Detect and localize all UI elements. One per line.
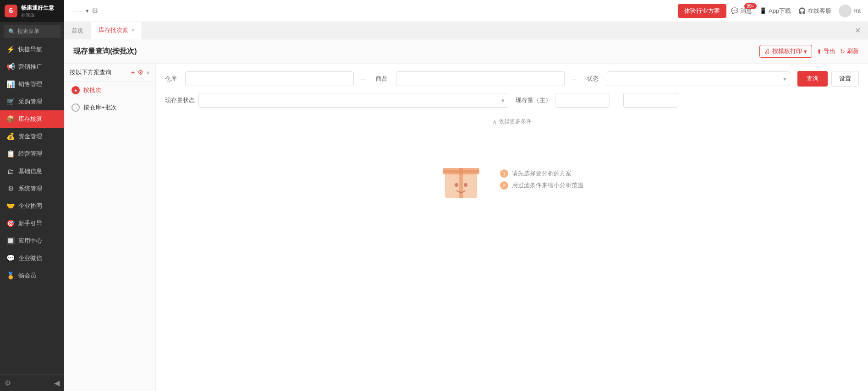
search-menu-label: 搜索菜单 [17, 27, 39, 35]
print-button[interactable]: 🖨 按模板打印 ▾ [759, 45, 812, 58]
main-area: — — ▾ ⚙ 体验行业方案 💬 消息 99+ 📱 App下载 🎧 在线客服 R [64, 0, 868, 391]
user-menu[interactable]: Rit [839, 5, 861, 17]
enterprise-label: 企业协同 [18, 202, 42, 210]
print-label: 按模板打印 [772, 47, 802, 55]
operations-label: 经营管理 [18, 150, 42, 158]
content-area: 现存量查询(按批次) 🖨 按模板打印 ▾ ⬆ 导出 ↻ 刷新 [64, 39, 868, 391]
finance-label: 资金管理 [18, 132, 42, 141]
status-label: 状态 [587, 75, 603, 83]
empty-hint-1: 1 请先选择要分析的方案 [500, 169, 583, 178]
app-logo: 6 [5, 5, 17, 17]
sidebar-item-wechat[interactable]: 💬 企业微信 [0, 250, 64, 267]
member-label: 畅会员 [18, 272, 36, 280]
tab-inventory-batch[interactable]: 库存批次账 × [91, 22, 142, 39]
member-icon: 🏅 [6, 272, 15, 280]
sidebar-nav: ⚡ 快捷导航 📢 营销推广 📊 销售管理 🛒 采购管理 📦 库存核算 💰 资金管… [0, 41, 64, 375]
stock-status-select[interactable] [198, 93, 508, 108]
hint-num-1: 1 [500, 169, 508, 178]
hint-text-1: 请先选择要分析的方案 [512, 169, 571, 178]
app-download-button[interactable]: 📱 App下载 [759, 7, 791, 15]
plan-settings-icon[interactable]: ⚙ [137, 69, 143, 76]
tab-bar: 首页 库存批次账 × ✕ [64, 22, 868, 39]
user-avatar [839, 5, 852, 17]
warehouse-input[interactable] [185, 71, 354, 86]
trial-button[interactable]: 体验行业方案 [678, 4, 726, 18]
search-menu[interactable]: 🔍 搜索菜单 [4, 25, 60, 38]
dropdown-arrow-icon: ▾ [86, 7, 89, 14]
online-service-button[interactable]: 🎧 在线客服 [798, 7, 831, 15]
app-name: 畅康通好生意 [21, 4, 60, 12]
sidebar-item-member[interactable]: 🏅 畅会员 [0, 267, 64, 284]
collapse-more-label: 收起更多条件 [499, 118, 532, 125]
plan-active-icon: ● [71, 86, 80, 94]
tab-home[interactable]: 首页 [64, 22, 91, 39]
stock-amount-min-input[interactable] [555, 93, 610, 108]
sidebar-item-apps[interactable]: 🔲 应用中心 [0, 232, 64, 250]
warehouse-label: 仓库 [165, 75, 181, 83]
product-filter-group: 商品 ··· [376, 71, 579, 86]
purchase-icon: 🛒 [6, 98, 15, 106]
add-plan-icon[interactable]: + [131, 69, 135, 76]
app-download-label: App下载 [769, 7, 791, 15]
print-icon: 🖨 [764, 48, 770, 55]
sidebar-item-finance[interactable]: 💰 资金管理 [0, 128, 64, 145]
sidebar-item-inventory[interactable]: 📦 库存核算 [0, 110, 64, 128]
sidebar-item-enterprise[interactable]: 🤝 企业协同 [0, 197, 64, 215]
empty-hint-list: 1 请先选择要分析的方案 2 用过滤条件来缩小分析范围 [500, 169, 583, 190]
footer-settings-icon[interactable]: ⚙ [5, 379, 11, 387]
header-settings-icon[interactable]: ⚙ [92, 6, 98, 15]
status-select[interactable] [607, 71, 790, 86]
product-input[interactable] [396, 71, 565, 86]
page-header: 现存量查询(按批次) 🖨 按模板打印 ▾ ⬆ 导出 ↻ 刷新 [64, 39, 868, 64]
tab-home-label: 首页 [71, 27, 83, 35]
sidebar-item-system[interactable]: ⚙ 系统管理 [0, 180, 64, 197]
breadcrumb-dropdown[interactable]: — — ▾ [71, 7, 89, 14]
inventory-icon: 📦 [6, 115, 15, 123]
export-button[interactable]: ⬆ 导出 [817, 47, 835, 55]
page-title: 现存量查询(按批次) [73, 47, 137, 56]
sidebar-item-quick-nav[interactable]: ⚡ 快捷导航 [0, 41, 64, 58]
top-header: — — ▾ ⚙ 体验行业方案 💬 消息 99+ 📱 App下载 🎧 在线客服 R [64, 0, 868, 22]
plan-inactive-icon: ○ [71, 103, 80, 112]
action-buttons: 查询 设置 [797, 71, 859, 87]
sidebar-item-basics[interactable]: 🗂 基础信息 [0, 163, 64, 180]
stock-amount-max-input[interactable] [623, 93, 678, 108]
user-name: Rit [853, 7, 861, 14]
breadcrumb-area: — — ▾ ⚙ [71, 6, 673, 15]
plan-by-warehouse-batch-label: 按仓库+批次 [83, 103, 117, 112]
status-select-wrapper: ▾ [607, 71, 790, 86]
plan-item-by-batch[interactable]: ● 按批次 [64, 81, 155, 99]
stock-amount-filter-group: 现存量（主） — [516, 93, 859, 108]
query-button[interactable]: 查询 [797, 71, 828, 87]
sidebar-item-marketing[interactable]: 📢 营销推广 [0, 58, 64, 76]
filter-row-1: 仓库 ··· 商品 ··· 状态 [165, 71, 859, 87]
messages-badge: 99+ [744, 3, 757, 9]
sidebar-item-operations[interactable]: 📋 经营管理 [0, 145, 64, 163]
breadcrumb-text: — — [71, 8, 84, 14]
sidebar-footer: ⚙ ◀ [0, 375, 64, 391]
left-panel-title: 按以下方案查询 [70, 68, 111, 76]
tab-bar-wrapper: 首页 库存批次账 × ✕ [64, 22, 868, 39]
settings-button[interactable]: 设置 [831, 71, 859, 87]
filter-row-2: 现存量状态 ▾ 现存量（主） — [165, 93, 859, 108]
sidebar-item-guide[interactable]: 🎯 新手引导 [0, 215, 64, 232]
plan-item-by-warehouse-batch[interactable]: ○ 按仓库+批次 [64, 99, 155, 116]
warehouse-more-icon[interactable]: ··· [357, 75, 368, 82]
system-label: 系统管理 [18, 185, 42, 193]
svg-point-4 [455, 183, 458, 187]
collapse-panel-icon[interactable]: « [146, 69, 150, 76]
tab-bar-close-icon[interactable]: ✕ [847, 26, 868, 35]
refresh-icon: ↻ [840, 48, 845, 55]
sidebar-item-purchase[interactable]: 🛒 采购管理 [0, 93, 64, 110]
footer-collapse-icon[interactable]: ◀ [54, 379, 60, 387]
tab-close-icon[interactable]: × [131, 27, 134, 33]
tab-inventory-batch-label: 库存批次账 [99, 26, 128, 34]
collapse-more-button[interactable]: ∧ 收起更多条件 [165, 114, 859, 129]
stock-status-label: 现存量状态 [165, 96, 195, 104]
hint-num-2: 2 [500, 181, 508, 190]
refresh-button[interactable]: ↻ 刷新 [840, 47, 859, 55]
sidebar-item-sales[interactable]: 📊 销售管理 [0, 76, 64, 93]
product-more-icon[interactable]: ··· [568, 75, 579, 82]
guide-label: 新手引导 [18, 219, 42, 228]
messages-button[interactable]: 💬 消息 99+ [731, 7, 752, 15]
